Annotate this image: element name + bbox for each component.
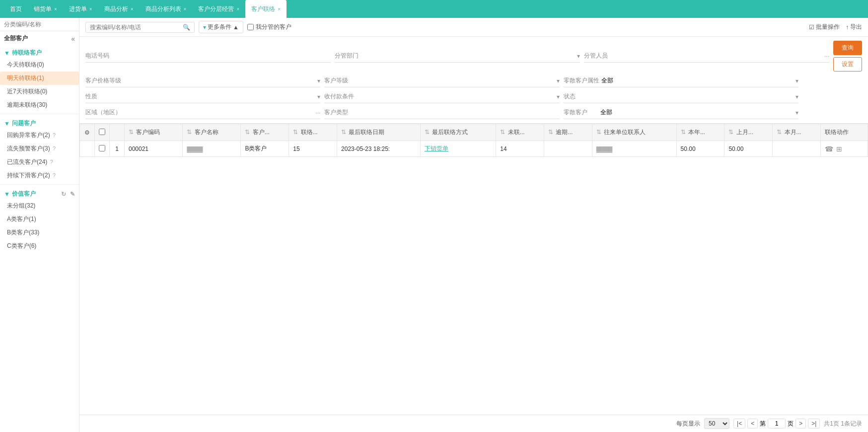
customer-level-arrow[interactable]: ▾ xyxy=(557,77,560,84)
filter-status[interactable]: 状态 ▾ xyxy=(564,90,798,103)
filter-chevron-icon: ▲ xyxy=(233,24,239,31)
th-name-sort-icon: ⇅ xyxy=(187,129,192,136)
th-num xyxy=(110,124,125,141)
filter-price-level[interactable]: 客户价格等级 ▾ xyxy=(85,74,320,87)
filter-retail-attr[interactable]: 零散客户属性 全部 ▾ xyxy=(564,74,798,87)
nav-customer-tier[interactable]: 客户分层经营 × xyxy=(192,0,245,18)
query-button[interactable]: 查询 xyxy=(833,41,862,55)
payment-arrow[interactable]: ▾ xyxy=(557,93,560,100)
bulk-btn[interactable]: ☑ 批量操作 xyxy=(809,23,840,31)
close-sales-icon[interactable]: × xyxy=(54,6,57,12)
row-type: B类客户 xyxy=(241,141,289,157)
close-purchase-icon[interactable]: × xyxy=(89,6,92,12)
sidebar-item-today[interactable]: 今天待联络(0) xyxy=(0,58,79,72)
content-area: 🔍 ▾ 更多条件 ▲ 我分管的客户 ☑ 批量操作 ↑ 导出 xyxy=(79,18,868,432)
close-goods-analysis-icon[interactable]: × xyxy=(131,6,134,12)
th-name: ⇅ 客户名称 xyxy=(183,124,241,141)
row-unit-contact: ▓▓▓▓ xyxy=(592,141,676,157)
first-page-btn[interactable]: |< xyxy=(733,419,745,429)
filter-payment[interactable]: 收付款条件 ▾ xyxy=(324,90,559,103)
sidebar-search-input[interactable] xyxy=(4,21,78,28)
set-button[interactable]: 设置 xyxy=(833,57,862,72)
close-goods-list-icon[interactable]: × xyxy=(184,6,187,12)
sidebar-item-loss-warning[interactable]: 流失预警客户(3) ? xyxy=(0,142,79,155)
table-area: ⚙ ⇅ 客户编码 ⇅ 客户名称 xyxy=(79,124,868,415)
action-phone-icon[interactable]: ☎ xyxy=(825,145,833,153)
gender-arrow[interactable]: ▾ xyxy=(317,93,320,100)
last-page-btn[interactable]: >| xyxy=(808,419,820,429)
filter-customer-type[interactable]: 客户类型 xyxy=(324,106,559,119)
sidebar-item-class-b[interactable]: B类客户(33) xyxy=(0,226,79,239)
row-select-checkbox[interactable] xyxy=(99,145,105,151)
status-arrow[interactable]: ▾ xyxy=(796,93,798,100)
filter-btn-group: 查询 设置 xyxy=(833,41,862,72)
nav-goods-analysis-list[interactable]: 商品分析列表 × xyxy=(140,0,193,18)
row-contact-method-link[interactable]: 下销货单 xyxy=(425,145,448,152)
retail-attr-arrow[interactable]: ▾ xyxy=(796,77,798,84)
th-uncontacted: ⇅ 未联... xyxy=(496,124,544,141)
branch-person-dots[interactable]: ··· xyxy=(824,53,829,60)
page-input[interactable] xyxy=(768,419,786,429)
th-sort-icon: ⇅ xyxy=(129,129,134,136)
filter-icon: ▾ xyxy=(203,24,206,31)
next-page-btn[interactable]: > xyxy=(796,419,806,429)
sidebar-item-near7days[interactable]: 近7天待联络(0) xyxy=(0,85,79,98)
nav-purchase[interactable]: 进货单 × xyxy=(63,0,98,18)
total-label: 共1页 1条记录 xyxy=(824,420,862,428)
prev-page-btn[interactable]: < xyxy=(747,419,758,429)
nav-goods-analysis[interactable]: 商品分析 × xyxy=(98,0,140,18)
table-header-row: ⚙ ⇅ 客户编码 ⇅ 客户名称 xyxy=(80,124,868,141)
filter-row-2: 客户价格等级 ▾ 客户等级 ▾ 零散客户属性 全部 ▾ xyxy=(85,74,862,87)
filter-branch-dept[interactable]: 分管部门 ▾ xyxy=(335,50,580,63)
filter-gender[interactable]: 性质 ▾ xyxy=(85,90,320,103)
filter-row-3: 性质 ▾ 收付款条件 ▾ 状态 ▾ xyxy=(85,90,862,103)
value-group-edit-icon[interactable]: ✎ xyxy=(70,191,75,198)
page-size-select[interactable]: 50 100 200 xyxy=(704,418,729,429)
action-qr-icon[interactable]: ⊞ xyxy=(836,145,842,153)
close-customer-contact-icon[interactable]: × xyxy=(278,6,281,12)
sidebar-item-class-a[interactable]: A类客户(1) xyxy=(0,213,79,226)
sidebar-item-ungrouped[interactable]: 未分组(32) xyxy=(0,199,79,213)
sidebar-collapse-icon[interactable]: « xyxy=(71,35,75,43)
close-customer-tier-icon[interactable]: × xyxy=(236,6,239,12)
th-method-sort-icon: ⇅ xyxy=(425,129,430,136)
th-contact-sort-icon: ⇅ xyxy=(293,129,298,136)
value-group-refresh-icon[interactable]: ↻ xyxy=(61,191,66,198)
filter-more-btn[interactable]: ▾ 更多条件 ▲ xyxy=(199,21,243,33)
th-last-month-sort-icon: ⇅ xyxy=(728,129,733,136)
gear-icon[interactable]: ⚙ xyxy=(84,129,90,136)
sidebar-all-customers[interactable]: 全部客户 « xyxy=(0,31,79,46)
sidebar-item-lost[interactable]: 已流失客户(24) ? xyxy=(0,155,79,169)
footer: 每页显示 50 100 200 |< < 第 页 > >| 共1页 1条记录 xyxy=(79,415,868,432)
nav-customer-contact[interactable]: 客户联络 × xyxy=(245,0,287,18)
bulk-icon: ☑ xyxy=(809,24,814,31)
search-icon[interactable]: 🔍 xyxy=(183,24,190,31)
sidebar-item-repurchase-abnormal[interactable]: 回购异常客户(2) ? xyxy=(0,129,79,142)
customer-table: ⚙ ⇅ 客户编码 ⇅ 客户名称 xyxy=(79,124,868,157)
th-uncontacted-sort-icon: ⇅ xyxy=(500,129,505,136)
filter-retail[interactable]: 零散客户 全部 ▾ xyxy=(564,106,798,119)
th-type: ⇅ 客户... xyxy=(241,124,289,141)
region-dots[interactable]: ··· xyxy=(315,109,320,116)
retail-arrow[interactable]: ▾ xyxy=(796,109,798,116)
my-customers-check[interactable] xyxy=(247,24,254,30)
search-input[interactable] xyxy=(90,24,181,31)
filter-customer-level[interactable]: 客户等级 ▾ xyxy=(324,74,559,87)
export-btn[interactable]: ↑ 导出 xyxy=(846,23,862,31)
branch-dept-arrow[interactable]: ▾ xyxy=(577,53,580,60)
sidebar-item-tomorrow[interactable]: 明天待联络(1) xyxy=(0,72,79,85)
row-this-month xyxy=(773,141,821,157)
th-last-month: ⇅ 上月... xyxy=(724,124,773,141)
sidebar-item-continuous-decline[interactable]: 持续下滑客户(2) ? xyxy=(0,169,79,182)
price-level-arrow[interactable]: ▾ xyxy=(317,77,320,84)
th-this-year-sort-icon: ⇅ xyxy=(681,129,686,136)
th-gear: ⚙ xyxy=(80,124,95,141)
filter-region[interactable]: 区域（地区） ··· xyxy=(85,106,320,119)
th-last-contact-method: ⇅ 最后联络方式 xyxy=(420,124,496,141)
sidebar-item-class-c[interactable]: C类客户(6) xyxy=(0,239,79,253)
sidebar-divider-1 xyxy=(0,114,79,114)
sidebar-item-overdue[interactable]: 逾期未联络(30) xyxy=(0,98,79,112)
select-all-checkbox[interactable] xyxy=(99,129,105,135)
nav-home[interactable]: 首页 xyxy=(4,0,28,18)
nav-sales[interactable]: 销货单 × xyxy=(28,0,63,18)
